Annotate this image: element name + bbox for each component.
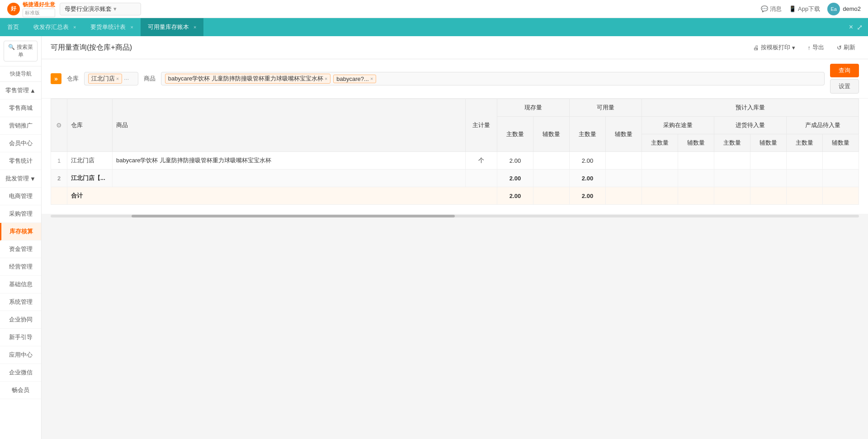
prod-main-qty-header: 主数量 [787, 134, 823, 152]
tab-order-stats[interactable]: 要货单统计表 × [83, 18, 140, 36]
table-row: 1 江北门店 babycare学饮杯 儿童防摔防撞吸管杯重力球吸嘴杯宝宝水杯 个… [51, 152, 859, 170]
sidebar-item-app-center[interactable]: 应用中心 [0, 346, 41, 364]
retail-mgmt-label: 零售管理 [5, 86, 29, 94]
members-label: 会员中心 [9, 139, 33, 147]
footer-avail-main: 2.00 [570, 187, 606, 205]
row-1-avail-main: 2.00 [570, 152, 606, 170]
sidebar-item-operations[interactable]: 经营管理 [0, 258, 41, 276]
sidebar-item-system[interactable]: 系统管理 [0, 293, 41, 311]
org-selector[interactable]: 母婴行业演示账套 ▾ [60, 3, 141, 15]
logo-app-name: 畅捷通好生意 [23, 1, 55, 9]
available-group-header: 可用量 [570, 99, 642, 117]
row-1-prod-main [787, 152, 823, 170]
user-avatar: Ea [827, 3, 840, 15]
footer-purch-aux [678, 187, 714, 205]
sidebar-item-marketing[interactable]: 营销推广 [0, 117, 41, 135]
close-available-stock-icon[interactable]: × [193, 24, 196, 30]
tab-home[interactable]: 首页 [0, 18, 26, 36]
print-arrow-icon: ▾ [792, 44, 795, 51]
app-download-btn[interactable]: 📱 App下载 [789, 5, 820, 13]
sidebar-item-retail-stats[interactable]: 零售统计 [0, 152, 41, 170]
row-2-num: 2 [51, 170, 67, 187]
sidebar-item-retail-mgmt[interactable]: 零售管理 ▲ [0, 82, 41, 99]
wholesale-mgmt-arrow-icon: ▼ [30, 175, 36, 182]
product-tag-2-close[interactable]: × [370, 76, 373, 81]
row-2-unit [466, 170, 497, 187]
query-btn[interactable]: 查询 [830, 64, 859, 77]
settings-btn[interactable]: 设置 [830, 79, 859, 94]
sidebar-item-ecommerce[interactable]: 电商管理 [0, 188, 41, 205]
footer-stock-main: 2.00 [497, 187, 533, 205]
close-order-stats-icon[interactable]: × [130, 24, 133, 30]
row-1-stock-main: 2.00 [497, 152, 533, 170]
horizontal-scrollbar[interactable] [42, 214, 868, 218]
top-bar-left: 好 畅捷通好生意 标准版 母婴行业演示账套 ▾ [7, 1, 141, 17]
tab-receipt-summary[interactable]: 收发存汇总表 × [26, 18, 83, 36]
table-row-group: 2 江北门店【... 2.00 2.00 [51, 170, 859, 187]
tab-available-stock[interactable]: 可用量库存账本 × [141, 18, 203, 36]
warehouse-tag-close[interactable]: × [116, 76, 119, 81]
filter-toggle-btn[interactable]: » [51, 73, 61, 84]
inventory-table: ⚙ 仓库 商品 主计量 现存量 可用量 预计入库量 主数量 辅数量 主数量 辅数… [51, 99, 859, 205]
tab-order-stats-label: 要货单统计表 [90, 23, 126, 31]
message-btn[interactable]: 💬 消息 [761, 5, 782, 13]
close-receipt-summary-icon[interactable]: × [73, 24, 76, 30]
page-header: 可用量查询(按仓库+商品) 🖨 按模板打印 ▾ ↑ 导出 ↺ 刷新 [42, 36, 868, 59]
warehouse-more-icon[interactable]: ··· [124, 76, 129, 82]
tab-receipt-summary-label: 收发存汇总表 [33, 23, 69, 31]
refresh-btn[interactable]: ↺ 刷新 [833, 42, 859, 53]
sidebar-item-vip[interactable]: 畅会员 [0, 382, 41, 399]
sidebar-item-enterprise-collab[interactable]: 企业协同 [0, 311, 41, 329]
sidebar-item-inventory[interactable]: 库存核算 [0, 223, 41, 241]
footer-avail-aux [606, 187, 642, 205]
logo-area: 好 畅捷通好生意 标准版 [7, 1, 55, 17]
sidebar-item-enterprise-wechat[interactable]: 企业微信 [0, 364, 41, 382]
scroll-thumb[interactable] [132, 215, 455, 217]
row-1-unit: 个 [466, 152, 497, 170]
nav-expand-btn[interactable]: ⤢ [857, 23, 863, 32]
sidebar-item-finance[interactable]: 资金管理 [0, 241, 41, 258]
row-1-incoming-main [714, 152, 750, 170]
user-name: demo2 [843, 5, 861, 12]
purchase-label: 采购管理 [9, 210, 33, 218]
row-2-incoming-main [714, 170, 750, 187]
user-area[interactable]: Ea demo2 [827, 3, 861, 15]
export-btn[interactable]: ↑ 导出 [804, 42, 828, 53]
sidebar-nav-shortcut[interactable]: 快捷导航 [0, 66, 41, 82]
sidebar-item-members[interactable]: 会员中心 [0, 135, 41, 152]
sidebar-item-new-guide[interactable]: 新手引导 [0, 329, 41, 346]
avail-main-qty-header: 主数量 [570, 117, 606, 152]
enterprise-collab-label: 企业协同 [9, 316, 33, 324]
operations-label: 经营管理 [9, 263, 33, 271]
sidebar-item-wholesale-mgmt[interactable]: 批发管理 ▼ [0, 170, 41, 188]
purch-main-qty-header: 主数量 [642, 134, 678, 152]
product-tag-1-close[interactable]: × [325, 76, 327, 81]
ecommerce-label: 电商管理 [9, 192, 33, 200]
row-2-purch-main [642, 170, 678, 187]
sidebar-item-basic-info[interactable]: 基础信息 [0, 276, 41, 293]
footer-empty-1 [51, 187, 67, 205]
sidebar-search-btn[interactable]: 🔍 搜索菜单 [4, 41, 38, 61]
print-template-btn[interactable]: 🖨 按模板打印 ▾ [750, 42, 799, 53]
sidebar-item-retail-mall[interactable]: 零售商城 [0, 99, 41, 117]
product-col-header: 商品 [113, 99, 466, 152]
stock-aux-qty-header: 辅数量 [533, 117, 570, 152]
product-tag-2: babycare?... × [333, 75, 376, 83]
product-tag-1: babycare学饮杯 儿童防摔防撞吸管杯重力球吸嘴杯宝宝水杯 × [165, 74, 331, 84]
sidebar-item-purchase[interactable]: 采购管理 [0, 205, 41, 223]
app-download-label: App下载 [798, 5, 820, 13]
nav-close-all-btn[interactable]: × [849, 23, 853, 31]
scroll-track[interactable] [51, 215, 859, 217]
table-settings-icon[interactable]: ⚙ [56, 122, 62, 129]
row-1-product: babycare学饮杯 儿童防摔防撞吸管杯重力球吸嘴杯宝宝水杯 [113, 152, 466, 170]
row-1-stock-aux [533, 152, 570, 170]
stock-main-qty-header: 主数量 [497, 117, 533, 152]
org-name: 母婴行业演示账套 [65, 5, 112, 13]
purchase-transit-group-header: 采购在途量 [642, 117, 714, 134]
incoming-aux-qty-header: 辅数量 [750, 134, 787, 152]
row-1-purch-aux [678, 152, 714, 170]
row-1-warehouse: 江北门店 [67, 152, 113, 170]
row-2-prod-main [787, 170, 823, 187]
retail-mgmt-arrow-icon: ▲ [30, 87, 36, 94]
footer-stock-aux [533, 187, 570, 205]
